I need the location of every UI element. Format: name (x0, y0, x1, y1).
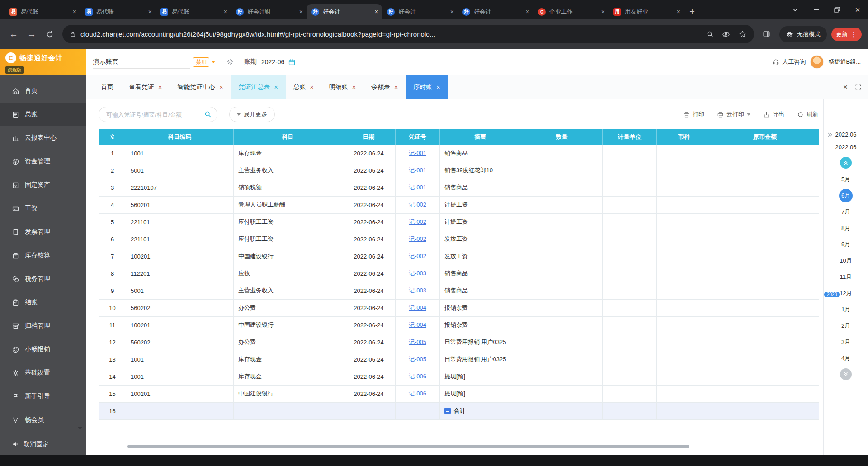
tab-list-chevron-icon[interactable] (785, 0, 806, 19)
voucher-link[interactable]: 记-005 (409, 339, 426, 345)
browser-tab[interactable]: 易易代账× (5, 4, 80, 19)
tab-close-icon[interactable]: × (375, 9, 378, 15)
column-settings-gear-icon[interactable] (99, 133, 126, 140)
horizontal-scrollbar[interactable] (127, 445, 689, 448)
back-button[interactable]: ← (5, 25, 23, 43)
workspace-tab[interactable]: 余额表× (363, 75, 406, 99)
month-item[interactable]: 7月 (832, 204, 859, 220)
eye-blocked-icon[interactable] (718, 26, 734, 42)
next-year-button[interactable] (840, 368, 852, 380)
workspace-tab-close-icon[interactable]: × (158, 84, 162, 91)
sidebar-item-reimburse[interactable]: 小畅报销 (0, 338, 86, 361)
sidebar-item-ledger[interactable]: 总账 (0, 103, 86, 126)
window-minimize-button[interactable] (806, 0, 826, 19)
month-item[interactable]: 5月 (832, 171, 859, 188)
workspace-tab-close-icon[interactable]: × (219, 84, 223, 91)
previous-year-button[interactable] (840, 157, 852, 169)
sidebar-item-closing[interactable]: 结账 (0, 291, 86, 314)
window-close-button[interactable]: × (847, 0, 868, 19)
browser-tab[interactable]: 易易代账× (156, 4, 231, 19)
voucher-link[interactable]: 记-002 (409, 235, 426, 242)
sidebar-item-invoice[interactable]: 发票管理 (0, 220, 86, 244)
browser-tab[interactable]: 好好会计财× (231, 4, 307, 19)
month-item[interactable]: 11月 (832, 269, 859, 285)
close-all-tabs-icon[interactable]: × (843, 83, 848, 92)
month-item[interactable]: 10月 (832, 253, 859, 269)
voucher-link[interactable]: 记-003 (409, 270, 426, 277)
tab-close-icon[interactable]: × (601, 9, 605, 15)
accounting-period-value[interactable]: 2022-06 (261, 58, 284, 66)
user-name[interactable]: 畅捷通B组... (828, 58, 861, 66)
sidebar-item-settings[interactable]: 基础设置 (0, 361, 86, 385)
sidebar-item-home[interactable]: 首页 (0, 79, 86, 103)
workspace-tab-close-icon[interactable]: × (352, 84, 356, 91)
month-item[interactable]: 9月 (832, 236, 859, 253)
search-input[interactable] (99, 107, 217, 122)
search-icon[interactable] (204, 110, 212, 118)
account-set-selector[interactable]: 演示账套 (93, 55, 190, 69)
column-settings-header[interactable] (99, 129, 126, 145)
sidebar-item-inventory[interactable]: 库存核算 (0, 244, 86, 267)
browser-update-button[interactable]: 更新 ⋮ (831, 28, 862, 41)
new-tab-button[interactable]: + (684, 4, 700, 19)
month-item[interactable]: 3月 (832, 334, 859, 350)
sidebar-item-tax[interactable]: 税务管理 (0, 267, 86, 291)
browser-tab[interactable]: 好好会计× (382, 4, 458, 19)
voucher-link[interactable]: 记-001 (409, 150, 426, 156)
fullscreen-icon[interactable] (855, 84, 862, 90)
workspace-tab[interactable]: 明细账× (321, 75, 363, 99)
workspace-tab[interactable]: 凭证汇总表× (231, 75, 285, 99)
bookmark-star-icon[interactable] (734, 26, 750, 42)
workspace-tab-close-icon[interactable]: × (310, 84, 314, 91)
support-button[interactable]: 人工咨询 (772, 58, 806, 66)
voucher-link[interactable]: 记-005 (409, 356, 426, 362)
tab-close-icon[interactable]: × (73, 9, 76, 15)
workspace-tab[interactable]: 查看凭证× (121, 75, 170, 99)
browser-tab[interactable]: 好好会计× (458, 4, 533, 19)
calendar-icon[interactable] (288, 58, 296, 66)
tab-close-icon[interactable]: × (526, 9, 529, 15)
voucher-link[interactable]: 记-003 (409, 287, 426, 294)
workspace-tab-close-icon[interactable]: × (274, 84, 278, 91)
tab-close-icon[interactable]: × (450, 9, 454, 15)
browser-menu-kebab-icon[interactable]: ⋮ (850, 30, 857, 38)
tab-close-icon[interactable]: × (224, 9, 227, 15)
month-item[interactable]: 2月 (832, 318, 859, 334)
sidebar-item-salary[interactable]: 工资 (0, 197, 86, 220)
workspace-tab-close-icon[interactable]: × (394, 84, 398, 91)
sidebar-scroll-down-icon[interactable] (78, 427, 82, 430)
voucher-link[interactable]: 记-001 (409, 184, 426, 191)
workspace-tab-close-icon[interactable]: × (436, 84, 440, 91)
tab-close-icon[interactable]: × (299, 9, 303, 15)
sidebar-item-fund[interactable]: 资金管理 (0, 150, 86, 173)
sidebar-item-member[interactable]: 畅会员 (0, 408, 86, 432)
month-item[interactable]: 6月 (832, 188, 859, 204)
window-restore-button[interactable] (826, 0, 847, 19)
workspace-tab[interactable]: 首页 (93, 75, 121, 99)
print-button[interactable]: 打印 (683, 110, 704, 118)
refresh-button[interactable]: 刷新 (797, 110, 818, 118)
unpin-sidebar-button[interactable]: 取消固定 (0, 433, 86, 455)
browser-tab[interactable]: 用用友好业× (609, 4, 684, 19)
workspace-tab[interactable]: 智能凭证中心× (170, 75, 231, 99)
avatar[interactable] (810, 55, 824, 69)
browser-tab[interactable]: 易易代账× (80, 4, 156, 19)
sidebar-item-guide[interactable]: 新手引导 (0, 385, 86, 408)
cloud-print-button[interactable]: 云打印 (717, 110, 750, 118)
side-panel-icon[interactable] (758, 26, 775, 43)
zoom-icon[interactable] (702, 26, 718, 42)
sidebar-item-asset[interactable]: 固定资产 (0, 173, 86, 197)
forward-button[interactable]: → (23, 25, 41, 43)
export-button[interactable]: 导出 (763, 110, 784, 118)
disabled-dropdown-caret-icon[interactable] (212, 61, 215, 63)
voucher-link[interactable]: 记-002 (409, 253, 426, 259)
expand-more-button[interactable]: 展开更多 (229, 107, 275, 122)
reload-button[interactable] (41, 25, 59, 43)
sidebar-item-chart[interactable]: 云报表中心 (0, 126, 86, 150)
sidebar-item-archive[interactable]: 归档管理 (0, 314, 86, 338)
panel-collapse-icon[interactable] (826, 132, 833, 138)
month-item[interactable]: 8月 (832, 220, 859, 236)
browser-tab[interactable]: 好好会计× (307, 4, 382, 19)
workspace-tab[interactable]: 总账× (286, 75, 321, 99)
voucher-link[interactable]: 记-001 (409, 167, 426, 174)
